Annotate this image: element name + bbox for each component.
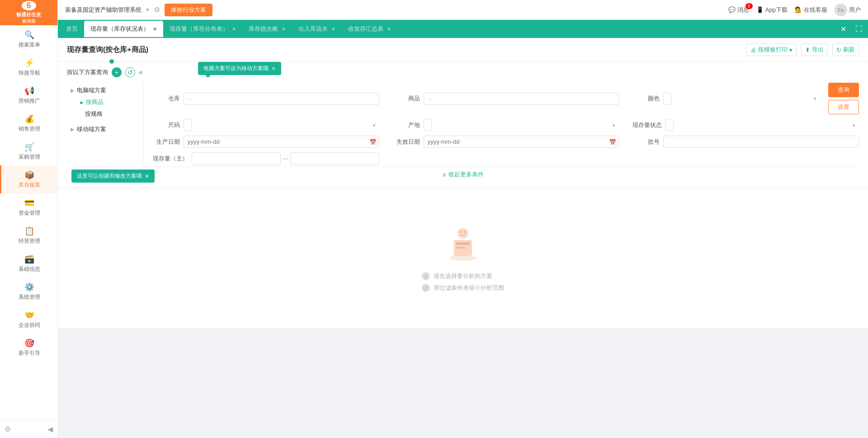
filter-header: 按以下方案查询 + ↺ « 电脑方案可设为移动方案哦 ✕ xyxy=(67,67,859,77)
export-button[interactable]: ⬆ 导出 xyxy=(801,43,828,56)
sidebar-item-label: 营销推广 xyxy=(19,97,40,105)
scheme-tree-mobile[interactable]: ▶ 移动端方案 xyxy=(67,123,139,135)
sidebar-item-inventory[interactable]: 📦 库存核算 xyxy=(0,165,57,193)
reset-button[interactable]: 设置 xyxy=(828,100,859,114)
sidebar-item-label: 企业协同 xyxy=(19,321,40,329)
goods-select[interactable]: ··· xyxy=(424,93,619,105)
tab-home[interactable]: 首页 xyxy=(60,21,84,37)
origin-label: 产地 xyxy=(393,121,420,129)
sidebar-item-search[interactable]: 🔍 搜索菜单 xyxy=(0,25,57,53)
logo-icon: 6 xyxy=(22,1,36,10)
tab-inventory-status[interactable]: 现存量（库存状况表） ✕ xyxy=(84,21,163,37)
prod-date-input[interactable] xyxy=(184,136,379,148)
batch-input[interactable] xyxy=(663,136,859,148)
enterprise-icon: 🤝 xyxy=(24,310,34,320)
sidebar-item-base[interactable]: 🗃️ 基础信息 xyxy=(0,250,57,278)
exp-date-input[interactable] xyxy=(424,136,619,148)
header-right: 💬 消息 6 📱 App下载 💁 在线客服 Ea 用户 xyxy=(728,4,861,16)
qty-max-input[interactable] xyxy=(290,152,379,165)
header: 装备及固定资产辅助管理系统 ▾ ⚙ 体验行业方案 💬 消息 6 📱 App下载 … xyxy=(58,0,868,20)
sidebar-item-quicknav[interactable]: ⚡ 快捷导航 xyxy=(0,53,57,81)
avatar: Ea xyxy=(835,4,847,16)
sidebar-item-finance[interactable]: 💳 资金管理 xyxy=(0,193,57,221)
tree-expand-icon: ▶ xyxy=(71,88,74,94)
close-all-button[interactable]: ✕ xyxy=(837,23,850,35)
filter-area: 按以下方案查询 + ↺ « 电脑方案可设为移动方案哦 ✕ ▶ 电脑端方案 xyxy=(58,62,868,188)
selected-indicator: ● xyxy=(80,99,83,106)
size-label: 尺码 xyxy=(153,121,180,129)
tab-close-icon[interactable]: ✕ xyxy=(387,26,391,32)
tooltip2-text: 这里可以创建和修改方案哦 xyxy=(77,172,142,180)
scheme-by-goods[interactable]: ● 按商品 xyxy=(76,96,139,108)
gear-icon[interactable]: ⚙ xyxy=(154,5,160,14)
tooltip2-close-button[interactable]: ✕ xyxy=(145,173,149,179)
goods-label: 商品 xyxy=(393,94,420,103)
svg-point-0 xyxy=(449,255,476,261)
query-button[interactable]: 查询 xyxy=(828,83,859,97)
filter-row-prod-date: 生产日期 xyxy=(153,136,379,148)
filter-label: 按以下方案查询 xyxy=(67,68,108,76)
search-icon: 🔍 xyxy=(24,30,34,40)
filter-cycle-button[interactable]: ↺ xyxy=(125,67,135,77)
sidebar-item-operations[interactable]: 📋 经营管理 xyxy=(0,221,57,250)
sidebar-item-label: 资金管理 xyxy=(19,209,40,217)
phone-icon: 📱 xyxy=(756,6,764,13)
sidebar-item-sales[interactable]: 💰 销售管理 xyxy=(0,109,57,137)
filter-more-button[interactable]: ∧ 收起更多条件 xyxy=(67,166,859,182)
operations-icon: 📋 xyxy=(24,226,34,236)
refresh-button[interactable]: ↻ 刷新 xyxy=(832,43,859,56)
origin-select[interactable] xyxy=(424,119,432,131)
warehouse-select[interactable]: ··· xyxy=(184,93,379,105)
print-label: 按模板打印 xyxy=(758,46,788,54)
empty-illustration xyxy=(443,224,483,265)
tab-inventory-dist[interactable]: 现存量（库存分布表） ✕ xyxy=(163,21,242,37)
print-button[interactable]: 🖨 按模板打印 ▾ xyxy=(746,43,797,56)
tooltip-close-button[interactable]: ✕ xyxy=(271,66,276,72)
sidebar-item-purchase[interactable]: 🛒 采购管理 xyxy=(0,137,57,165)
tab-inout-flow-label: 出入库流水 xyxy=(298,25,328,33)
settings-button[interactable]: ⚙ xyxy=(5,425,11,433)
scheme-tree-children: ● 按商品 按规格 xyxy=(67,96,139,120)
scheme-desktop-label: 电脑端方案 xyxy=(77,86,106,94)
tab-close-icon[interactable]: ✕ xyxy=(331,26,335,32)
filter-row-qty: 现存量（主） — xyxy=(153,152,379,165)
header-left: 装备及固定资产辅助管理系统 ▾ ⚙ 体验行业方案 xyxy=(65,4,212,16)
sidebar-item-guide[interactable]: 🎯 新手引导 xyxy=(0,334,57,362)
filter-more-label: 收起更多条件 xyxy=(448,170,484,179)
collapse-button[interactable]: ◀ xyxy=(47,425,53,433)
scheme-by-spec[interactable]: 按规格 xyxy=(76,108,139,120)
sidebar-nav: 🔍 搜索菜单 ⚡ 快捷导航 📢 营销推广 💰 销售管理 🛒 采购管理 📦 库存核… xyxy=(0,25,57,420)
sidebar-item-enterprise[interactable]: 🤝 企业协同 xyxy=(0,306,57,334)
scheme-tree-desktop[interactable]: ▶ 电脑端方案 xyxy=(67,85,139,96)
chevron-up-icon: ∧ xyxy=(442,171,447,178)
fullscreen-button[interactable]: ⛶ xyxy=(852,23,866,35)
user-label: 用户 xyxy=(849,6,861,14)
tab-close-icon[interactable]: ✕ xyxy=(232,26,236,32)
filter-add-button[interactable]: + xyxy=(112,67,122,77)
tab-close-icon[interactable]: ✕ xyxy=(282,26,286,32)
app-download-button[interactable]: 📱 App下载 xyxy=(756,6,788,14)
sidebar-item-label: 快捷导航 xyxy=(19,69,40,77)
tab-inventory-status-label: 现存量（库存状况表） xyxy=(90,25,149,33)
empty-tip-2-text: 用过滤条件来缩小分析范围 xyxy=(434,284,504,292)
sidebar-item-marketing[interactable]: 📢 营销推广 xyxy=(0,81,57,109)
tab-inventory-dist-label: 现存量（库存分布表） xyxy=(170,25,228,33)
system-icon: ⚙️ xyxy=(24,282,34,292)
inv-status-select[interactable] xyxy=(665,119,674,131)
message-button[interactable]: 💬 消息 6 xyxy=(728,6,749,14)
sidebar-item-system[interactable]: ⚙️ 系统管理 xyxy=(0,278,57,306)
scheme-goods-label: 按商品 xyxy=(86,98,104,106)
color-select[interactable] xyxy=(663,93,671,105)
filter-arrow-button[interactable]: « xyxy=(139,68,143,76)
tab-close-icon[interactable]: ✕ xyxy=(153,26,157,32)
size-select[interactable] xyxy=(184,119,192,131)
tab-inout-flow[interactable]: 出入库流水 ✕ xyxy=(292,21,342,37)
tab-recvship-summary[interactable]: 收发存汇总表 ✕ xyxy=(342,21,397,37)
solution-button[interactable]: 体验行业方案 xyxy=(165,4,212,16)
page-actions: 🖨 按模板打印 ▾ ⬆ 导出 ↻ 刷新 xyxy=(746,43,859,56)
user-menu[interactable]: Ea 用户 xyxy=(835,4,861,16)
app-name: 畅通好生意 xyxy=(16,11,41,18)
tab-batch-ledger[interactable]: 库存批次账 ✕ xyxy=(242,21,292,37)
qty-min-input[interactable] xyxy=(192,152,281,165)
online-service-button[interactable]: 💁 在线客服 xyxy=(795,6,827,14)
